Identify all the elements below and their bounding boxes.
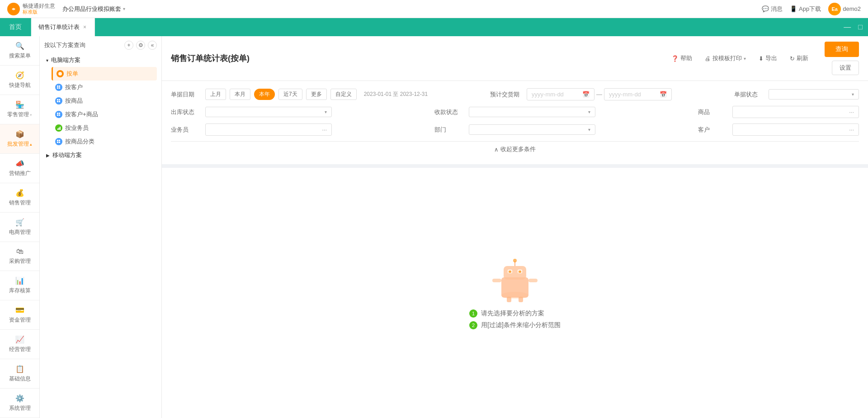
empty-state: 1 请先选择要分析的方案 2 用[过滤]条件来缩小分析范围 xyxy=(162,168,868,418)
collapse-arrow-icon: ∧ xyxy=(494,146,499,153)
scheme-item-product-category[interactable]: 按商品分类 xyxy=(52,135,157,148)
svg-rect-23 xyxy=(504,266,526,280)
svg-rect-17 xyxy=(57,140,58,141)
product-scheme-icon xyxy=(55,97,62,104)
svg-rect-31 xyxy=(528,279,538,282)
ship-status-select[interactable]: ▾ xyxy=(205,107,332,117)
sidebar-item-wholesale[interactable]: 📦 批发管理 ▴ xyxy=(0,124,39,154)
calendar-start-icon: 📅 xyxy=(582,91,590,98)
order-scheme-icon xyxy=(57,70,64,77)
user-profile[interactable]: Ea demo2 xyxy=(828,3,861,15)
window-maximize-btn[interactable]: □ xyxy=(856,21,864,33)
scheme-item-product[interactable]: 按商品 xyxy=(52,94,157,108)
refresh-icon: ↻ xyxy=(790,55,795,62)
scheme-item-customer[interactable]: 按客户 xyxy=(52,81,157,94)
search-icon: 🔍 xyxy=(15,42,24,50)
date-this-month-btn[interactable]: 本月 xyxy=(230,89,250,100)
add-scheme-btn[interactable]: + xyxy=(124,41,133,50)
tab-home[interactable]: 首页 xyxy=(0,18,31,36)
help-btn[interactable]: ❓ 帮助 xyxy=(668,52,696,64)
operation-icon: 📈 xyxy=(15,335,24,344)
product-more-icon[interactable]: ··· xyxy=(849,109,854,115)
scheme-category-mobile[interactable]: ▶ 移动端方案 xyxy=(44,148,157,162)
doc-status-select[interactable]: ▾ xyxy=(769,89,859,100)
svg-rect-10 xyxy=(57,113,58,114)
hint-num-1: 1 xyxy=(469,309,477,318)
svg-rect-26 xyxy=(509,271,511,273)
mobile-category-arrow-icon: ▶ xyxy=(46,153,50,158)
date-last7-btn[interactable]: 近7天 xyxy=(278,89,302,100)
settings-btn[interactable]: 设置 xyxy=(832,61,859,75)
company-dropdown-icon: ▾ xyxy=(123,6,125,11)
svg-rect-9 xyxy=(59,101,60,102)
product-select[interactable]: ··· xyxy=(732,106,859,118)
settings-scheme-btn[interactable]: ⚙ xyxy=(136,41,145,50)
sidebar-item-finance[interactable]: 💳 资金管理 xyxy=(0,300,39,330)
sidebar-item-sales[interactable]: 💰 销售管理 xyxy=(0,183,39,213)
scheme-item-customer-product[interactable]: 按客户+商品 xyxy=(52,108,157,121)
ship-status-dropdown-icon: ▾ xyxy=(325,109,327,114)
message-btn[interactable]: 💬 消息 xyxy=(762,5,783,13)
date-custom-btn[interactable]: 自定义 xyxy=(330,89,357,100)
date-this-year-btn[interactable]: 本年 xyxy=(254,89,275,100)
scheme-category-pc[interactable]: ▾ 电脑端方案 xyxy=(44,53,157,67)
sidebar-item-operation[interactable]: 📈 经营管理 xyxy=(0,330,39,359)
export-btn[interactable]: ⬇ 导出 xyxy=(755,52,781,64)
compass-icon: 🧭 xyxy=(15,71,24,80)
customer-label: 客户 xyxy=(698,126,725,134)
company-selector[interactable]: 办公用品行业模拟账套 ▾ xyxy=(59,3,129,15)
message-icon: 💬 xyxy=(762,5,769,12)
template-print-btn[interactable]: 🖨 按模板打印 ▾ xyxy=(701,52,750,64)
delivery-date-start[interactable]: yyyy-mm-dd 📅 xyxy=(527,88,594,100)
sidebar-item-inventory[interactable]: 📊 库存核算 xyxy=(0,271,39,300)
app-download-btn[interactable]: 📱 App下载 xyxy=(790,5,821,13)
sidebar-item-search[interactable]: 🔍 搜索菜单 xyxy=(0,36,39,66)
sidebar-item-retail[interactable]: 🏪 零售管理 ▾ xyxy=(0,95,39,124)
payment-status-select[interactable]: ▾ xyxy=(469,107,595,117)
hint-num-2: 2 xyxy=(469,321,477,329)
customer-more-icon[interactable]: ··· xyxy=(849,126,854,133)
query-section: 查询 设置 xyxy=(825,42,859,75)
collapse-bar[interactable]: ∧ 收起更多条件 xyxy=(171,141,859,157)
delivery-date-end[interactable]: yyyy-mm-dd 📅 xyxy=(604,88,672,100)
refresh-btn[interactable]: ↻ 刷新 xyxy=(786,52,812,64)
salesperson-select[interactable]: ··· xyxy=(205,124,332,136)
date-more-btn[interactable]: 更多 xyxy=(306,89,327,100)
page-header-actions: ❓ 帮助 🖨 按模板打印 ▾ ⬇ 导出 xyxy=(668,42,859,75)
wholesale-arrow-icon: ▴ xyxy=(30,142,32,147)
sidebar-item-purchase[interactable]: 🛍 采购管理 xyxy=(0,242,39,271)
header-left: 畅捷通好生意 标准版 办公用品行业模拟账套 ▾ xyxy=(7,3,129,15)
customer-product-scheme-icon xyxy=(55,111,62,118)
inventory-icon: 📊 xyxy=(15,276,24,285)
window-minimize-btn[interactable]: — xyxy=(842,21,853,33)
svg-rect-3 xyxy=(59,86,60,87)
category-arrow-icon: ▾ xyxy=(46,58,48,63)
filter-area: 单据日期 上月 本月 本年 近7天 更多 自定义 2023-01-01 至 20… xyxy=(162,81,868,164)
sidebar-item-marketing[interactable]: 📣 营销推广 xyxy=(0,154,39,183)
svg-rect-32 xyxy=(507,297,511,302)
sidebar-item-system[interactable]: ⚙️ 系统管理 xyxy=(0,389,39,418)
calendar-end-icon: 📅 xyxy=(660,91,667,98)
date-last-month-btn[interactable]: 上月 xyxy=(205,89,226,100)
scheme-item-salesperson[interactable]: 按业务员 xyxy=(52,121,157,135)
tab-sales-order[interactable]: 销售订单统计表 × xyxy=(31,18,95,36)
svg-rect-12 xyxy=(57,114,58,116)
svg-point-29 xyxy=(513,259,517,262)
sidebar-item-basic[interactable]: 📋 基础信息 xyxy=(0,359,39,389)
sidebar-item-ecommerce[interactable]: 🛒 电商管理 xyxy=(0,213,39,242)
collapse-panel-btn[interactable]: « xyxy=(148,41,157,50)
tab-close-btn[interactable]: × xyxy=(82,23,87,31)
retail-arrow-icon: ▾ xyxy=(30,113,32,117)
date-input-group: yyyy-mm-dd 📅 — yyyy-mm-dd 📅 xyxy=(527,88,672,100)
payment-status-dropdown-icon: ▾ xyxy=(588,109,590,114)
department-select[interactable]: ▾ xyxy=(469,124,595,135)
svg-rect-13 xyxy=(59,114,60,116)
product-label: 商品 xyxy=(698,108,725,116)
system-icon: ⚙️ xyxy=(15,394,24,403)
salesperson-more-icon[interactable]: ··· xyxy=(322,126,327,133)
sidebar-item-quick-nav[interactable]: 🧭 快捷导航 xyxy=(0,66,39,95)
customer-select[interactable]: ··· xyxy=(732,124,859,136)
svg-rect-22 xyxy=(501,277,528,298)
scheme-item-order[interactable]: 按单 xyxy=(52,67,157,81)
query-btn[interactable]: 查询 xyxy=(825,42,859,57)
